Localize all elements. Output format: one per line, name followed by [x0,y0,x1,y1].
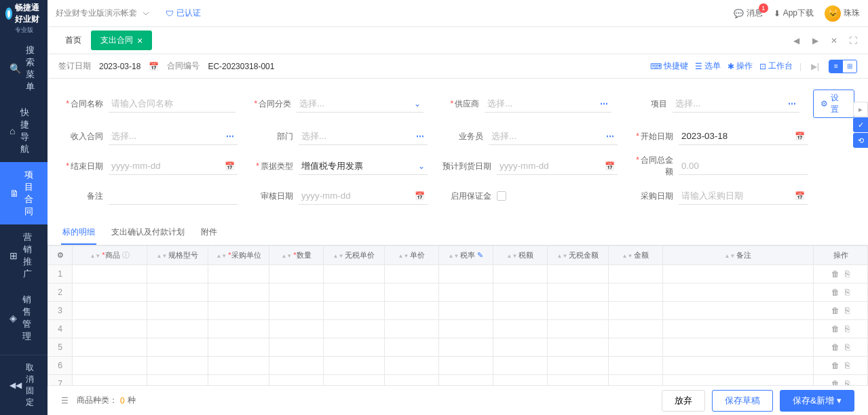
table-row[interactable]: 6🗑⎘ [48,357,868,375]
col-remark[interactable]: ▲▼备注 [663,246,814,265]
delete-row-icon[interactable]: 🗑 [831,361,839,370]
lookup-icon[interactable]: ⋯ [606,132,615,141]
side-menu: 🔍搜索菜单⌂快捷导航🗎项目合同⊞营销推广◈销售管理🛒采购管理⬚库存核算⊙资金管理… [0,37,48,355]
subtab-detail[interactable]: 标的明细 [61,220,96,245]
end-date-input[interactable] [109,157,238,175]
select-order-link[interactable]: ☰选单 [695,60,721,72]
sidebar-item-2[interactable]: 🗎项目合同 [0,162,48,224]
lookup-icon[interactable]: ⋯ [416,132,425,141]
shortcut-link[interactable]: ⌨快捷键 [650,60,688,72]
chevron-down-icon[interactable]: ⌄ [414,99,421,108]
save-draft-button[interactable]: 保存草稿 [712,390,773,412]
col-qty[interactable]: ▲▼*数量 [269,246,324,265]
arrival-date-input[interactable] [497,157,618,175]
subtab-payment[interactable]: 支出确认及付款计划 [110,220,186,245]
copy-row-icon[interactable]: ⎘ [845,269,850,279]
col-spec[interactable]: ▲▼规格型号 [147,246,208,265]
view-card-button[interactable]: ⊞ [843,60,856,73]
tab-home[interactable]: 首页 [56,31,91,50]
calendar-icon[interactable]: 📅 [149,62,159,71]
delete-row-icon[interactable]: 🗑 [831,379,839,385]
calendar-icon[interactable]: 📅 [605,161,615,171]
sidebar-item-0[interactable]: 🔍搜索菜单 [0,37,48,100]
rail-collapse-button[interactable]: ▸ [853,102,868,117]
copy-row-icon[interactable]: ⎘ [845,342,850,352]
invoice-type-input[interactable] [299,157,428,175]
calendar-icon[interactable]: 📅 [795,132,805,141]
copy-row-icon[interactable]: ⎘ [845,361,850,370]
tab-next-button[interactable]: ▶ [808,34,822,47]
start-date-input[interactable] [679,127,808,145]
salesperson-input[interactable] [489,127,618,145]
operate-link[interactable]: ✱操作 [728,60,753,72]
lookup-icon[interactable]: ⋯ [226,132,235,141]
col-price[interactable]: ▲▼单价 [385,246,439,265]
copy-row-icon[interactable]: ⎘ [845,306,850,315]
table-row[interactable]: 4🗑⎘ [48,320,868,338]
contract-category-input[interactable] [297,95,423,113]
workbench-link[interactable]: ⊡工作台 [759,60,793,72]
tab-prev-button[interactable]: ◀ [789,34,803,47]
user-menu[interactable]: 🐱 珠珠 [825,5,860,22]
project-input[interactable] [673,95,799,113]
col-tax-rate[interactable]: ▲▼税率 ✎ [439,246,493,265]
copy-row-icon[interactable]: ⎘ [845,379,850,385]
lookup-icon[interactable]: ⋯ [788,99,797,108]
table-row[interactable]: 5🗑⎘ [48,338,868,357]
chevron-down-icon[interactable]: ⌄ [418,161,425,171]
col-unit[interactable]: ▲▼*采购单位 [208,246,269,265]
dept-input[interactable] [299,127,428,145]
account-selector[interactable]: 好业财专业版演示帐套 [56,7,149,19]
delete-row-icon[interactable]: 🗑 [831,324,839,334]
messages-button[interactable]: 💬 消息 1 [734,7,763,19]
col-tax[interactable]: ▲▼税额 [493,246,548,265]
sidebar-item-4[interactable]: ◈销售管理 [0,287,48,349]
audit-date-input[interactable] [299,187,428,205]
deposit-checkbox[interactable] [497,191,506,201]
rail-action1-button[interactable]: ✓ [853,117,868,132]
discard-button[interactable]: 放弃 [662,390,705,412]
form-settings-button[interactable]: ⚙ 设置 [813,90,854,118]
delete-row-icon[interactable]: 🗑 [831,288,839,297]
table-row[interactable]: 1🗑⎘ [48,265,868,283]
sidebar-pin-toggle[interactable]: ◀◀ 取消固定 [0,355,48,415]
view-list-button[interactable]: ≡ [829,60,843,73]
calendar-icon[interactable]: 📅 [415,191,425,201]
app-download-button[interactable]: ⬇ App下载 [774,7,814,19]
record-prev-button[interactable]: ▶| [808,60,822,73]
col-settings[interactable]: ⚙ [48,246,73,265]
save-new-button[interactable]: 保存&新增 ▾ [780,390,854,412]
close-icon[interactable]: × [137,36,143,45]
calendar-icon[interactable]: 📅 [795,191,805,201]
contract-name-input[interactable] [109,95,235,113]
table-row[interactable]: 7🗑⎘ [48,375,868,386]
tab-expense-contract[interactable]: 支出合同 × [91,31,152,50]
total-amount-input[interactable] [679,157,808,175]
col-amount-notax[interactable]: ▲▼无税金额 [548,246,609,265]
table-row[interactable]: 2🗑⎘ [48,283,868,302]
edit-icon[interactable]: ✎ [477,251,483,259]
fullscreen-button[interactable]: ⛶ [846,34,860,47]
delete-row-icon[interactable]: 🗑 [831,342,839,352]
workbench-icon: ⊡ [759,62,766,71]
rail-action2-button[interactable]: ⟲ [853,133,868,148]
sidebar-item-3[interactable]: ⊞营销推广 [0,224,48,287]
delete-row-icon[interactable]: 🗑 [831,306,839,315]
supplier-input[interactable] [485,95,611,113]
purchase-date-input[interactable] [679,187,808,205]
col-price-notax[interactable]: ▲▼无税单价 [324,246,385,265]
calendar-icon[interactable]: 📅 [225,161,235,171]
table-row[interactable]: 3🗑⎘ [48,302,868,320]
sidebar-item-5[interactable]: 🛒采购管理 [0,349,48,355]
copy-row-icon[interactable]: ⎘ [845,288,850,297]
delete-row-icon[interactable]: 🗑 [831,269,839,279]
col-amount[interactable]: ▲▼金额 [609,246,663,265]
subtab-attachment[interactable]: 附件 [200,220,219,245]
copy-row-icon[interactable]: ⎘ [845,324,850,334]
tab-close-all-button[interactable]: ✕ [827,34,841,47]
col-product[interactable]: ▲▼*商品 ⓘ [73,246,147,265]
income-contract-input[interactable] [109,127,238,145]
lookup-icon[interactable]: ⋯ [600,99,609,108]
sidebar-item-1[interactable]: ⌂快捷导航 [0,100,48,162]
remark-input[interactable] [109,187,238,205]
